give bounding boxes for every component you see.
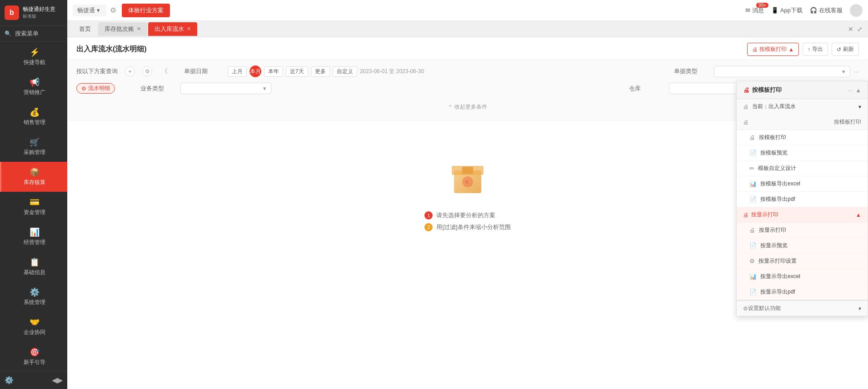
sidebar-item-purchase[interactable]: 🛒 采购管理 — [0, 132, 67, 162]
template-customize-item[interactable]: ✏ 模板自定义设计 — [737, 161, 868, 176]
template-export-pdf-item[interactable]: 📄 按模板导出pdf — [737, 192, 868, 207]
page-title: 出入库流水(流水明细) — [76, 45, 147, 54]
date-last-month[interactable]: 上月 — [228, 66, 247, 77]
filter-add-btn[interactable]: + — [125, 66, 135, 76]
template-excel-icon: 📊 — [749, 180, 757, 187]
tab-home[interactable]: 首页 — [73, 22, 97, 36]
sidebar-search[interactable]: 🔍 搜索菜单 — [0, 26, 67, 42]
export-btn[interactable]: ↑ 导出 — [803, 43, 828, 56]
sidebar-item-basic[interactable]: 📋 基础信息 — [0, 252, 67, 282]
print-btn[interactable]: 🖨 按模板打印 ▲ — [747, 43, 799, 56]
date-options: 上月 本月 本年 近7天 更多 自定义 2023-06-01 至 2023-06… — [228, 65, 424, 77]
dropdown-display-section-header[interactable]: 🖨 按显示打印 ▲ — [737, 207, 868, 223]
voucher-type-dropdown-icon: ▾ — [842, 68, 845, 75]
sidebar-logo: b 畅捷通好生意 标准版 — [0, 0, 67, 26]
date-current-month[interactable]: 本月 — [249, 65, 261, 77]
dropdown-current-item[interactable]: 🖨 当前：出入库流水 ▾ — [737, 99, 868, 115]
step-num-1: 1 — [424, 211, 433, 219]
window-close-btn[interactable]: ✕ — [848, 25, 853, 33]
sidebar-nav: ⚡ 快捷导航 📢 营销推广 💰 销售管理 🛒 采购管理 📦 库存核算 💳 资金管… — [0, 42, 67, 371]
content-area: 出入库流水(流水明细) 🖨 按模板打印 ▲ ↑ 导出 ↺ 刷新 — [67, 37, 868, 389]
window-expand-btn[interactable]: ⤢ — [857, 25, 863, 33]
date-custom[interactable]: 自定义 — [333, 66, 357, 77]
app-label: App下载 — [780, 6, 803, 15]
system-icon: ⚙️ — [30, 287, 40, 297]
display-preview-item[interactable]: 📄 按显示预览 — [737, 238, 868, 254]
voucher-type-label: 单据类型 — [674, 67, 710, 75]
voucher-type-select[interactable]: ▾ — [714, 66, 850, 77]
date-this-year[interactable]: 本年 — [264, 66, 283, 77]
user-avatar[interactable] — [850, 4, 863, 17]
display-pdf-label: 按显示导出pdf — [760, 288, 795, 296]
sidebar-item-quick-nav[interactable]: ⚡ 快捷导航 — [0, 42, 67, 72]
search-label: 搜索菜单 — [15, 30, 39, 38]
sidebar-item-guide[interactable]: 🎯 新手引导 — [0, 342, 67, 371]
collapse-label: 收起更多条件 — [454, 103, 487, 111]
tab-flow[interactable]: 出入库流水 ✕ — [148, 22, 197, 36]
msg-icon: ✉ — [745, 7, 750, 14]
template-preview-item[interactable]: 📄 按模板预览 — [737, 145, 868, 161]
service-btn[interactable]: 🎧 在线客服 — [810, 6, 843, 15]
topbar-gear-icon[interactable]: ⚙ — [110, 6, 116, 15]
filter-settings-btn[interactable]: ⚙ — [142, 66, 152, 76]
collapse-sidebar-icon[interactable]: ◀▶ — [52, 376, 63, 384]
topbar: 畅捷通 ▾ ⚙ 体验行业方案 ✉ 消息 99+ 📱 App下载 🎧 在线客服 — [67, 0, 868, 21]
dropdown-template-section-header[interactable]: 🖨 按模板打印 — [737, 115, 868, 130]
template-print-item[interactable]: 🖨 按模板打印 — [737, 130, 868, 145]
workspace-selector[interactable]: 畅捷通 ▾ — [73, 5, 106, 16]
sidebar-item-system[interactable]: ⚙️ 系统管理 — [0, 282, 67, 312]
date-more[interactable]: 更多 — [311, 66, 330, 77]
display-print-settings-item[interactable]: ⚙ 按显示打印设置 — [737, 254, 868, 269]
filter-row-1: 按以下方案查询 + ⚙ 《 单据日期 上月 本月 本年 近7天 更多 自定义 2… — [76, 65, 859, 77]
dropdown-default-section[interactable]: ⚙ 设置默认功能 ▾ — [737, 300, 868, 316]
tab-home-label: 首页 — [79, 25, 91, 33]
filter-collapse-btn[interactable]: 《 — [161, 67, 168, 75]
sidebar-item-label: 快捷导航 — [24, 59, 45, 66]
tab-batch-account[interactable]: 库存批次账 ✕ — [98, 22, 147, 36]
sidebar-item-inventory[interactable]: 📦 库存核算 — [0, 162, 67, 192]
msg-btn[interactable]: ✉ 消息 99+ — [745, 6, 764, 15]
svg-rect-2 — [462, 167, 473, 174]
msg-badge: 99+ — [756, 3, 768, 8]
display-print-icon: 🖨 — [749, 227, 755, 234]
dropdown-dots-icon[interactable]: ··· — [848, 87, 853, 94]
settings-bottom-icon[interactable]: ⚙️ — [5, 376, 14, 384]
logo-icon: b — [5, 5, 19, 20]
filter-tags: ⚙ 流水明细 — [76, 83, 115, 94]
display-print-label: 按显示打印 — [759, 226, 786, 234]
display-settings-label: 按显示打印设置 — [758, 257, 797, 265]
sidebar-item-operations[interactable]: 📊 经营管理 — [0, 222, 67, 252]
sidebar-item-corp[interactable]: 🤝 企业协同 — [0, 312, 67, 342]
voucher-type-more-icon[interactable]: ··· — [854, 68, 859, 75]
default-section-arrow: ▾ — [858, 305, 861, 312]
sidebar-item-sales[interactable]: 💰 销售管理 — [0, 102, 67, 132]
template-export-excel-item[interactable]: 📊 按模板导出excel — [737, 176, 868, 192]
display-section-icon: 🖨 — [743, 212, 748, 218]
template-preview-icon: 📄 — [749, 150, 757, 156]
date-7days[interactable]: 近7天 — [286, 66, 308, 77]
sidebar-item-finance[interactable]: 💳 资金管理 — [0, 192, 67, 222]
refresh-label: 刷新 — [843, 45, 854, 53]
display-print-item[interactable]: 🖨 按显示打印 — [737, 223, 868, 238]
template-section-label: 按模板打印 — [834, 118, 861, 126]
svg-text:≡: ≡ — [465, 178, 469, 185]
empty-step-2: 2 用[过滤]条件来缩小分析范围 — [424, 223, 510, 231]
tab-batch-close[interactable]: ✕ — [137, 26, 141, 32]
tabs-bar: 首页 库存批次账 ✕ 出入库流水 ✕ ✕ ⤢ — [67, 21, 868, 37]
display-export-pdf-item[interactable]: 📄 按显示导出pdf — [737, 284, 868, 300]
logo-subtitle: 标准版 — [23, 13, 55, 20]
display-export-excel-item[interactable]: 📊 按显示导出excel — [737, 269, 868, 284]
current-icon: 🖨 — [743, 104, 748, 110]
app-download-btn[interactable]: 📱 App下载 — [771, 6, 803, 15]
refresh-btn[interactable]: ↺ 刷新 — [832, 43, 859, 56]
sidebar-item-label: 企业协同 — [24, 329, 45, 336]
service-icon: 🎧 — [810, 7, 817, 14]
dropdown-collapse-icon[interactable]: ▲ — [855, 87, 861, 94]
template-print-label: 按模板打印 — [759, 134, 786, 141]
industry-btn[interactable]: 体验行业方案 — [122, 4, 170, 17]
dropdown-title: 🖨 按模板打印 — [743, 86, 782, 94]
biz-type-select[interactable]: ▾ — [180, 83, 271, 94]
tab-flow-close[interactable]: ✕ — [187, 26, 191, 32]
default-section-icon: ⚙ — [743, 305, 748, 312]
sidebar-item-marketing[interactable]: 📢 营销推广 — [0, 72, 67, 102]
